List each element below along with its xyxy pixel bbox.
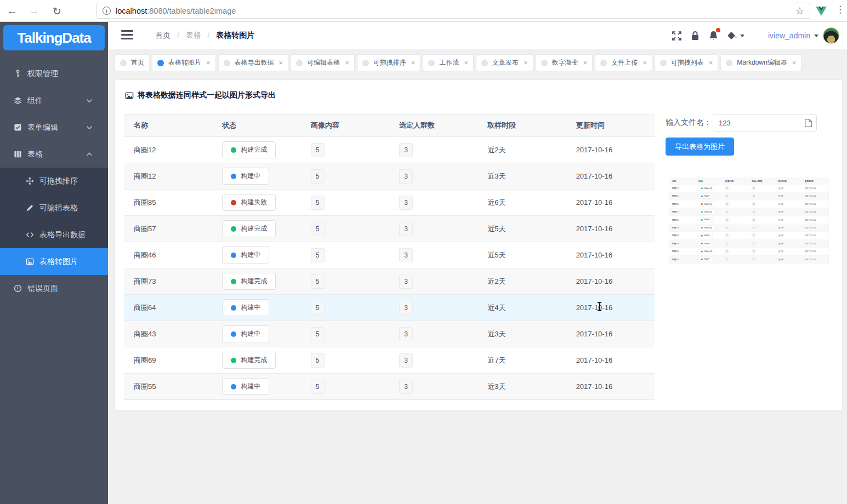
cell-updated: 2017-10-16 xyxy=(566,137,655,163)
tab-label: 表格转图片 xyxy=(168,58,201,67)
breadcrumb-home[interactable]: 首页 xyxy=(155,31,170,39)
cell-period: 近5天 xyxy=(477,216,566,242)
status-button[interactable]: 构建中 xyxy=(698,241,713,246)
status-button[interactable]: 构建中 xyxy=(698,217,713,222)
tab-可拖拽列表[interactable]: 可拖拽列表× xyxy=(655,54,719,71)
table-row: 商圈46构建中53近5天2017-10-16 xyxy=(669,216,828,224)
tab-close-icon[interactable]: × xyxy=(411,59,416,67)
tab-close-icon[interactable]: × xyxy=(279,59,283,67)
status-button[interactable]: 构建中 xyxy=(222,168,269,185)
tab-表格转图片[interactable]: 表格转图片× xyxy=(152,54,216,71)
status-button[interactable]: 构建中 xyxy=(698,257,713,262)
sidebar-item-form-edit[interactable]: 表单编辑 xyxy=(0,114,108,141)
status-button[interactable]: 构建失败 xyxy=(698,202,714,207)
theme-switch-icon[interactable] xyxy=(727,30,744,41)
tab-close-icon[interactable]: × xyxy=(709,59,713,67)
tab-close-icon[interactable]: × xyxy=(345,59,349,67)
cell-name: 商圈64 xyxy=(669,232,695,239)
tab-可编辑表格[interactable]: 可编辑表格× xyxy=(291,54,355,71)
portrait-count-badge: 5 xyxy=(311,222,325,236)
table-preview-image: 名称状态画像内容选定人群数取样时段更新时间商圈12构建完成53近2天2017-1… xyxy=(666,175,833,266)
tab-数字渐变[interactable]: 数字渐变× xyxy=(536,54,593,71)
status-button[interactable]: 构建完成 xyxy=(222,352,276,369)
cell-name: 商圈57 xyxy=(669,208,695,216)
cell-name: 商圈55 xyxy=(669,255,695,263)
address-bar[interactable]: i localhost:8080/tables/table2image ☆ xyxy=(96,3,810,19)
status-button[interactable]: 构建完成 xyxy=(698,225,714,230)
tab-label: 工作流 xyxy=(439,58,459,67)
tab-close-icon[interactable]: × xyxy=(583,59,588,67)
status-label: 构建完成 xyxy=(704,210,712,213)
sidebar-item-editable-table[interactable]: 可编辑表格 xyxy=(0,194,108,221)
status-label: 构建中 xyxy=(241,382,260,391)
tab-表格导出数据[interactable]: 表格导出数据× xyxy=(218,54,289,71)
tab-close-icon[interactable]: × xyxy=(206,59,211,67)
status-button[interactable]: 构建完成 xyxy=(698,209,714,214)
tab-close-icon[interactable]: × xyxy=(792,59,797,67)
cell-updated: 2017-10-16 xyxy=(566,295,655,321)
column-header: 更新时间 xyxy=(802,177,829,184)
export-table-button[interactable]: 导出表格为图片 xyxy=(666,138,734,156)
tab-Markdown编辑器[interactable]: Markdown编辑器× xyxy=(720,54,801,71)
sidebar-item-error-pages[interactable]: 错误页面 xyxy=(0,275,108,302)
status-button[interactable]: 构建中 xyxy=(222,378,269,395)
selected-count-badge: 3 xyxy=(752,210,756,214)
sidebar-item-drag-sort[interactable]: 可拖拽排序 xyxy=(0,168,108,194)
selected-count-badge: 3 xyxy=(399,143,413,157)
status-dot-icon xyxy=(231,305,236,311)
vue-devtools-icon[interactable] xyxy=(815,4,828,20)
table2image-card: 将表格数据连同样式一起以图片形式导出 名称状态画像内容选定人群数取样时段更新时间… xyxy=(115,79,843,411)
sidebar-item-table-export[interactable]: 表格导出数据 xyxy=(0,221,108,248)
status-button[interactable]: 构建中 xyxy=(222,325,269,342)
fullscreen-icon[interactable] xyxy=(672,31,682,41)
browser-forward-button[interactable]: → xyxy=(26,3,42,19)
table-row: 商圈12构建完成53近2天2017-10-16 xyxy=(124,137,655,163)
lock-icon[interactable] xyxy=(690,31,700,41)
tab-close-icon[interactable]: × xyxy=(643,59,647,67)
status-label: 构建中 xyxy=(704,195,710,198)
status-button[interactable]: 构建完成 xyxy=(222,220,276,237)
breadcrumb-tables[interactable]: 表格 xyxy=(186,31,201,39)
status-button[interactable]: 构建中 xyxy=(698,233,713,238)
tab-文章发布[interactable]: 文章发布× xyxy=(476,54,533,71)
status-button[interactable]: 构建完成 xyxy=(698,249,714,254)
tab-close-icon[interactable]: × xyxy=(464,59,468,67)
sidebar-item-label: 权限管理 xyxy=(27,69,58,79)
bookmark-star-icon[interactable]: ☆ xyxy=(795,5,804,17)
cell-period: 近5天 xyxy=(477,242,566,268)
tab-首页[interactable]: 首页 xyxy=(115,54,150,71)
selected-count-badge: 3 xyxy=(399,169,413,184)
sidebar-item-table-to-image[interactable]: 表格转图片 xyxy=(0,248,108,275)
sidebar-item-components[interactable]: 组件 xyxy=(0,87,108,114)
status-label: 构建失败 xyxy=(704,203,712,205)
browser-reload-button[interactable]: ↻ xyxy=(49,3,65,19)
status-button[interactable]: 构建中 xyxy=(222,299,269,316)
status-button[interactable]: 构建中 xyxy=(222,247,269,264)
cell-updated: 2017-10-16 xyxy=(802,255,829,263)
tab-可拖拽排序[interactable]: 可拖拽排序× xyxy=(357,54,421,71)
sidebar-item-permissions[interactable]: 权限管理 xyxy=(0,60,108,87)
tab-label: 首页 xyxy=(131,58,144,67)
user-avatar[interactable] xyxy=(823,27,839,44)
app-logo[interactable]: TalkingData xyxy=(3,25,105,50)
cell-name: 商圈69 xyxy=(124,347,212,374)
username-dropdown[interactable]: iview_admin xyxy=(768,31,810,40)
notification-bell-icon[interactable] xyxy=(708,30,719,41)
status-button[interactable]: 构建完成 xyxy=(222,273,276,290)
tab-close-icon[interactable]: × xyxy=(524,59,528,67)
tab-文件上传[interactable]: 文件上传× xyxy=(595,54,652,71)
cell-updated: 2017-10-16 xyxy=(566,374,655,400)
status-button[interactable]: 构建中 xyxy=(698,193,713,198)
cell-updated: 2017-10-16 xyxy=(802,192,829,200)
status-button[interactable]: 构建失败 xyxy=(222,194,276,211)
page-info-icon[interactable]: i xyxy=(103,7,111,15)
collapse-menu-button[interactable] xyxy=(121,30,133,40)
filename-input[interactable] xyxy=(713,114,817,131)
browser-back-button[interactable]: ← xyxy=(4,3,20,19)
browser-menu-icon[interactable]: ⋮ xyxy=(835,4,845,15)
status-dot-icon xyxy=(701,250,703,252)
sidebar-item-tables[interactable]: 表格 xyxy=(0,141,108,168)
status-button[interactable]: 构建完成 xyxy=(698,186,714,191)
status-button[interactable]: 构建完成 xyxy=(222,141,276,158)
tab-工作流[interactable]: 工作流× xyxy=(423,54,474,71)
